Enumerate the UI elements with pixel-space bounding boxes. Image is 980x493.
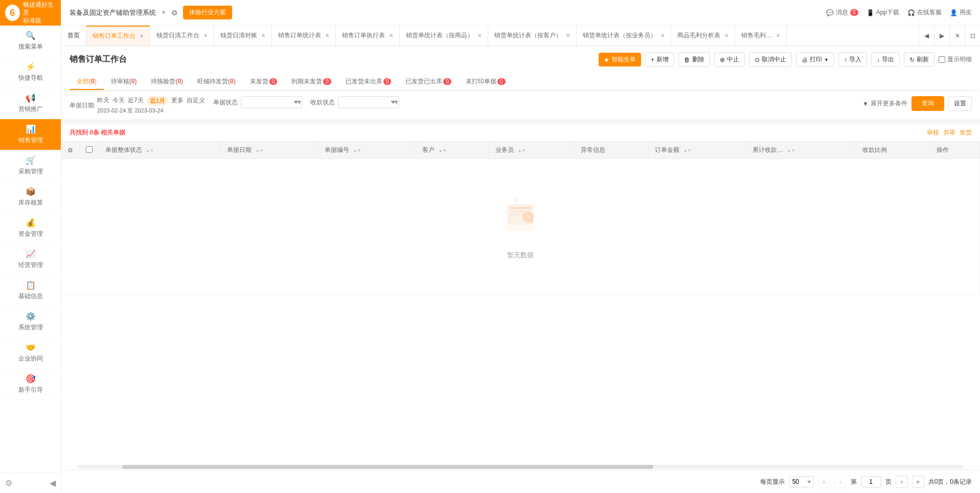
import-btn[interactable]: ↑ 导入 [838, 52, 867, 67]
sidebar-item-management[interactable]: 📈经营管理 [0, 244, 61, 275]
payment-select[interactable] [338, 96, 399, 108]
tab-close-10[interactable]: ✕ [776, 33, 780, 38]
tab-1[interactable]: 销售订单工作台✕ [86, 26, 150, 46]
print-btn[interactable]: 🖨 打印 ▼ [796, 52, 834, 67]
sub-tab-5[interactable]: 到期未发货0 [284, 74, 338, 90]
sidebar-item-quick-nav[interactable]: ⚡快捷导航 [0, 57, 61, 88]
last-page-btn[interactable]: » [912, 476, 924, 488]
ship-btn[interactable]: 发货 [960, 128, 972, 137]
tab-6[interactable]: 销货单统计表（按商品）✕ [400, 26, 488, 46]
pagination: 每页显示 50 10 20 100 « ‹ 第 页 › » 共0页，0条记录 [61, 470, 980, 493]
tab-close-3[interactable]: ✕ [261, 33, 265, 38]
online-service-btn[interactable]: 🎧 在线客服 [907, 8, 942, 17]
sidebar-item-system[interactable]: ⚙️系统管理 [0, 306, 61, 338]
tab-8[interactable]: 销货单统计表（按业务员）✕ [577, 26, 671, 46]
sub-tab-8[interactable]: 未打印单据0 [459, 74, 513, 90]
sidebar-item-inventory[interactable]: 📦库存核算 [0, 182, 61, 213]
tab-5[interactable]: 销售订单执行表✕ [336, 26, 400, 46]
sidebar-item-purchase[interactable]: 🛒采购管理 [0, 150, 61, 182]
audit-btn[interactable]: 审核 [927, 128, 939, 137]
sub-tab-6[interactable]: 已发货未出库0 [338, 74, 399, 90]
sub-tab-7[interactable]: 已发货已出库0 [398, 74, 459, 90]
date-btn-近1月[interactable]: 近1月 [147, 96, 169, 106]
collapse-icon[interactable]: ◀ [50, 478, 56, 488]
tab-close-6[interactable]: ✕ [477, 33, 482, 38]
sidebar-item-search[interactable]: 🔍搜索菜单 [0, 26, 61, 57]
total-records: 共0页，0条记录 [928, 478, 972, 486]
sidebar-item-finance[interactable]: 💰资金管理 [0, 213, 61, 244]
sort-icon: ▲▼ [439, 148, 447, 153]
show-detail-checkbox[interactable] [939, 56, 945, 63]
app-download-btn[interactable]: 📱 App下载 [867, 8, 899, 17]
sidebar-item-basic-info[interactable]: 📋基础信息 [0, 275, 61, 306]
status-filter-label: 单据状态 [213, 98, 238, 107]
prev-page-btn[interactable]: ‹ [834, 476, 847, 488]
sidebar-item-sales[interactable]: 📊销售管理 [0, 119, 61, 150]
sub-tab-2[interactable]: 待拣验货(0) [144, 74, 190, 90]
setting-btn[interactable]: 设置 [948, 96, 972, 111]
tab-4[interactable]: 销售订单统计表✕ [272, 26, 336, 46]
expand-btn[interactable]: ▼ 展开更多条件 [862, 99, 907, 108]
date-btn-今天[interactable]: 今天 [112, 96, 125, 106]
export-btn[interactable]: ↓ 导出 [871, 52, 900, 67]
tab-close-9[interactable]: ✕ [724, 33, 728, 38]
sub-tab-4[interactable]: 未发货0 [243, 74, 285, 90]
message-btn[interactable]: 💬 消息 6 [826, 8, 858, 17]
stop-btn[interactable]: ⊗ 中止 [714, 52, 745, 67]
sidebar-item-marketing[interactable]: 📢营销推广 [0, 88, 61, 119]
table-checkbox-col[interactable] [80, 142, 99, 159]
select-all-checkbox[interactable] [86, 146, 93, 153]
tab-close-1[interactable]: ✕ [140, 33, 144, 39]
tab-2[interactable]: 钱货日清工作台✕ [150, 26, 214, 46]
date-btn-更多[interactable]: 更多 [171, 96, 184, 106]
date-btn-昨天[interactable]: 昨天 [97, 96, 109, 106]
scrollbar-thumb[interactable] [122, 465, 654, 469]
tab-10[interactable]: 销售毛利…✕ [735, 26, 787, 46]
tab-close-2[interactable]: ✕ [203, 33, 208, 38]
cancel-stop-btn[interactable]: ⊙ 取消中止 [749, 52, 792, 67]
sub-tab-1[interactable]: 待审核(0) [104, 74, 144, 90]
next-page-btn[interactable]: › [896, 476, 908, 488]
topbar: 装备及固定资产辅助管理系统 ▼ ⚙ 体验行业方案 💬 消息 6 📱 App下载 … [61, 0, 980, 26]
topbar-right: 💬 消息 6 📱 App下载 🎧 在线客服 👤 用友 [826, 8, 972, 17]
smart-create-btn[interactable]: ★ 智能生单 [599, 53, 641, 66]
svg-rect-4 [509, 214, 519, 215]
tab-menu-btn[interactable]: ⊡ [965, 26, 980, 46]
tab-0[interactable]: 首页 [61, 26, 86, 46]
industry-btn[interactable]: 体验行业方案 [183, 6, 232, 19]
sub-tab-3[interactable]: 旺铺待发货(0) [190, 74, 243, 90]
tab-close-4[interactable]: ✕ [325, 33, 329, 38]
download-icon: 📱 [867, 9, 874, 16]
page-size-select[interactable]: 50 10 20 100 [789, 476, 814, 487]
sidebar-item-cooperation[interactable]: 🤝企业协同 [0, 338, 61, 369]
tab-close-7[interactable]: ✕ [566, 33, 570, 38]
refresh-btn[interactable]: ↻ 刷新 [904, 52, 935, 67]
settings-icon[interactable]: ⚙ [5, 478, 12, 488]
tab-7[interactable]: 销货单统计表（按客户）✕ [488, 26, 577, 46]
tab-next-btn[interactable]: ▶ [934, 26, 949, 46]
table-settings-col[interactable]: ⚙ [61, 142, 80, 159]
show-detail-label[interactable]: 显示明细 [939, 55, 972, 64]
status-select[interactable] [241, 96, 302, 108]
tab-3[interactable]: 钱货日清对账✕ [214, 26, 272, 46]
query-btn[interactable]: 查询 [911, 96, 944, 111]
management-icon: 📈 [26, 249, 36, 259]
horizontal-scrollbar[interactable] [78, 465, 964, 469]
user-menu-btn[interactable]: 👤 用友 [950, 8, 972, 17]
first-page-btn[interactable]: « [818, 476, 830, 488]
tab-prev-btn[interactable]: ◀ [919, 26, 934, 46]
date-btn-近7天[interactable]: 近7天 [128, 96, 144, 106]
gear-icon[interactable]: ⚙ [171, 9, 178, 17]
delete-btn[interactable]: 🗑 删除 [678, 52, 710, 67]
cancel-audit-btn[interactable]: 弃审 [943, 128, 955, 137]
sub-tab-0[interactable]: 全部(0) [70, 74, 104, 90]
date-btn-自定义[interactable]: 自定义 [187, 96, 205, 106]
tab-close-8[interactable]: ✕ [660, 33, 665, 38]
page-input[interactable] [861, 476, 881, 487]
tab-close-5[interactable]: ✕ [389, 33, 393, 38]
sidebar-item-guide[interactable]: 🎯新手引导 [0, 369, 61, 400]
tab-close-all-btn[interactable]: ✕ [949, 26, 965, 46]
basic-info-icon: 📋 [26, 280, 36, 290]
add-btn[interactable]: + 新增 [645, 52, 674, 67]
tab-9[interactable]: 商品毛利分析表✕ [671, 26, 735, 46]
